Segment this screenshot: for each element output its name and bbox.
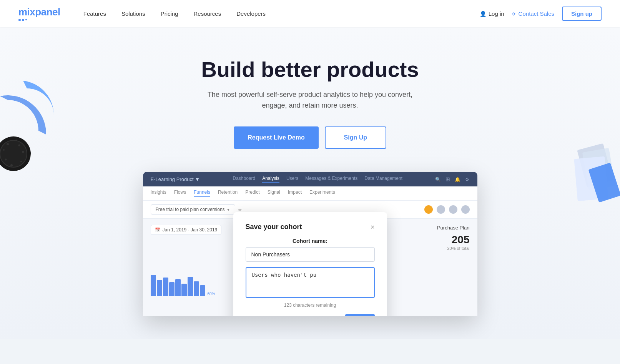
- bar-pct-label: 60%: [208, 292, 215, 296]
- bar-1: [151, 275, 156, 296]
- hero-section: Build better products The most powerful …: [0, 27, 620, 339]
- app-tab-messages[interactable]: Messages & Experiments: [305, 176, 357, 183]
- search-icon[interactable]: [435, 176, 441, 183]
- gray-action-icon-2[interactable]: [449, 205, 457, 214]
- modal-actions: Cancel Save: [246, 314, 375, 316]
- svg-point-4: [3, 149, 5, 151]
- contact-label: Contact Sales: [519, 10, 554, 17]
- svg-rect-10: [577, 143, 613, 188]
- sub-tab-impact[interactable]: Impact: [288, 189, 302, 197]
- hero-buttons: Request Live Demo Sign Up: [8, 126, 612, 149]
- cohort-name-label: Cohort name:: [246, 238, 375, 244]
- bar-7: [188, 277, 193, 296]
- app-header-icons: [435, 176, 469, 183]
- gray-action-icon-3[interactable]: [461, 205, 470, 214]
- app-tab-data-management[interactable]: Data Management: [364, 176, 402, 183]
- gray-action-icon-1[interactable]: [437, 205, 445, 214]
- char-count: 123 characters remaining: [246, 303, 375, 308]
- bell-icon[interactable]: [455, 176, 460, 183]
- bar-9: [200, 285, 205, 296]
- chevron-down-icon: [227, 207, 230, 212]
- svg-point-5: [22, 151, 24, 153]
- svg-point-7: [20, 161, 22, 162]
- hero-subtitle: The most powerful self-serve product ana…: [206, 89, 414, 111]
- login-label: Log in: [489, 10, 504, 17]
- logo-dot-2: [22, 19, 24, 21]
- bar-6: [181, 284, 187, 296]
- nav-developers[interactable]: Developers: [236, 10, 266, 17]
- nav-features[interactable]: Features: [83, 10, 106, 17]
- logo[interactable]: mixpanel: [18, 6, 60, 21]
- purchase-label: Purchase Plan: [424, 225, 470, 231]
- sub-tab-predict[interactable]: Predict: [245, 189, 259, 197]
- svg-point-8: [10, 164, 13, 166]
- logo-dot-1: [18, 19, 21, 21]
- nav-resources[interactable]: Resources: [194, 10, 221, 17]
- bar-4: [169, 282, 175, 296]
- sub-tab-experiments[interactable]: Experiments: [309, 189, 335, 197]
- grid-icon[interactable]: [445, 176, 450, 183]
- filter-dropdown[interactable]: Free trial to paid plan conversions: [151, 204, 235, 214]
- app-nav-tabs: Dashboard Analysis Users Messages & Expe…: [233, 176, 402, 183]
- app-body: Free trial to paid plan conversions: [143, 201, 477, 316]
- nav-signup-button[interactable]: Sign up: [562, 7, 602, 21]
- sub-tab-funnels[interactable]: Funnels: [194, 189, 210, 197]
- login-link[interactable]: Log in: [480, 10, 504, 17]
- modal-header: Save your cohort ×: [246, 223, 375, 231]
- contact-sales-link[interactable]: Contact Sales: [512, 10, 554, 17]
- svg-rect-12: [574, 156, 608, 201]
- user-icon: [480, 10, 486, 17]
- bar-3: [163, 278, 168, 296]
- cohort-description-input[interactable]: [246, 267, 375, 298]
- app-action-icons: [424, 205, 470, 214]
- date-range-text: Jan 1, 2019 - Jan 30, 2019: [163, 227, 218, 233]
- bar-5: [175, 279, 181, 296]
- app-tab-users[interactable]: Users: [286, 176, 298, 183]
- hero-title: Build better products: [8, 58, 612, 81]
- sub-tab-flows[interactable]: Flows: [174, 189, 186, 197]
- save-cohort-modal: Save your cohort × Cohort name: 123 char…: [233, 212, 387, 316]
- bar-8: [194, 281, 199, 296]
- hero-signup-button[interactable]: Sign Up: [325, 126, 386, 149]
- svg-point-6: [5, 159, 7, 161]
- cohort-name-input[interactable]: [246, 247, 375, 262]
- sub-tab-retention[interactable]: Retention: [218, 189, 238, 197]
- app-tab-analysis[interactable]: Analysis: [262, 176, 279, 183]
- logo-dot-3: [25, 19, 27, 20]
- nav-solutions[interactable]: Solutions: [121, 10, 145, 17]
- app-screenshot: E-Learning Product ▼ Dashboard Analysis …: [143, 172, 477, 316]
- sub-tab-insights[interactable]: Insights: [151, 189, 166, 197]
- settings-icon[interactable]: [465, 176, 469, 183]
- app-content-right: Purchase Plan 205 20% of total: [424, 225, 470, 296]
- purchase-pct: 20% of total: [424, 246, 470, 251]
- save-button[interactable]: Save: [345, 314, 375, 316]
- sub-tab-signal[interactable]: Signal: [268, 189, 280, 197]
- app-header: E-Learning Product ▼ Dashboard Analysis …: [143, 172, 477, 186]
- date-range[interactable]: Jan 1, 2019 - Jan 30, 2019: [151, 225, 222, 235]
- nav-pricing[interactable]: Pricing: [161, 10, 178, 17]
- logo-text: mixpanel: [18, 6, 60, 18]
- request-demo-button[interactable]: Request Live Demo: [234, 126, 318, 149]
- nav-links: Features Solutions Pricing Resources Dev…: [83, 10, 480, 17]
- svg-rect-11: [582, 148, 615, 191]
- calendar-icon: [155, 227, 160, 233]
- modal-close-button[interactable]: ×: [371, 224, 375, 231]
- send-icon: [512, 10, 516, 17]
- svg-rect-13: [588, 163, 620, 203]
- navbar: mixpanel Features Solutions Pricing Reso…: [0, 0, 620, 27]
- app-sub-nav: Insights Flows Funnels Retention Predict…: [143, 186, 477, 201]
- modal-title: Save your cohort: [246, 223, 302, 231]
- nav-right: Log in Contact Sales Sign up: [480, 7, 602, 21]
- app-product-name[interactable]: E-Learning Product ▼: [151, 176, 200, 182]
- gold-action-icon[interactable]: [424, 205, 433, 214]
- filter-label: Free trial to paid plan conversions: [156, 207, 225, 212]
- app-tab-dashboard[interactable]: Dashboard: [233, 176, 255, 183]
- cancel-button[interactable]: Cancel: [311, 314, 341, 316]
- purchase-count: 205: [424, 234, 470, 246]
- bar-2: [157, 280, 162, 296]
